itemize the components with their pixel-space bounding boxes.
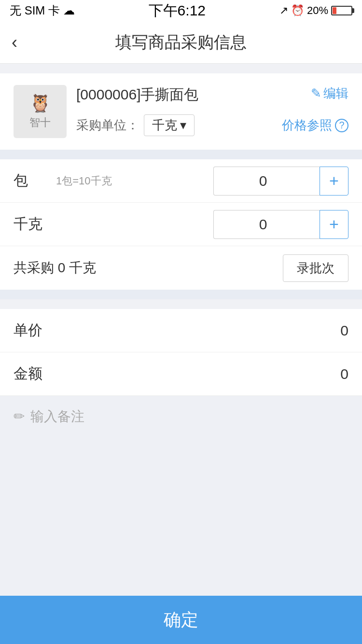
bag-sublabel: 1包=10千克 xyxy=(56,174,112,188)
edit-label: 编辑 xyxy=(323,85,348,102)
battery-icon xyxy=(331,6,352,15)
kg-input-group: + xyxy=(213,210,348,239)
unit-label: 采购单位： xyxy=(76,117,139,134)
product-name: [0000006]手撕面包 xyxy=(76,85,311,105)
unit-row: 采购单位： 千克 ▾ 价格参照 ? xyxy=(76,114,348,136)
bag-input-group: + xyxy=(213,167,348,196)
kg-label: 千克 xyxy=(14,214,52,234)
status-time: 下午6:12 xyxy=(149,1,206,21)
notes-section[interactable]: ✏ 输入备注 xyxy=(0,396,362,454)
product-logo: 🦉 xyxy=(29,93,51,113)
section-divider-1 xyxy=(0,150,362,159)
status-bar: 无 SIM 卡 ☁ 下午6:12 ↗ ⏰ 20% xyxy=(0,0,362,21)
help-icon: ? xyxy=(335,119,348,132)
section-divider-2 xyxy=(0,290,362,299)
dropdown-arrow: ▾ xyxy=(180,118,186,133)
pricing-section: 单价 0 金额 0 xyxy=(0,309,362,396)
bag-input-row: 包 1包=10千克 + xyxy=(0,159,362,203)
product-card: 🦉 智十 [0000006]手撕面包 ✎ 编辑 采购单位： 千克 ▾ xyxy=(0,73,362,150)
kg-input-row: 千克 + xyxy=(0,203,362,246)
kg-quantity-input[interactable] xyxy=(213,210,320,239)
unit-price-value: 0 xyxy=(340,322,348,339)
location-icon: ↗ xyxy=(279,4,288,17)
unit-select-dropdown[interactable]: 千克 ▾ xyxy=(144,114,195,136)
empty-space xyxy=(0,454,362,599)
amount-value: 0 xyxy=(340,366,348,382)
bag-label: 包 xyxy=(14,171,52,191)
price-ref-label: 价格参照 xyxy=(282,117,332,134)
confirm-button[interactable]: 确定 xyxy=(0,596,362,644)
notes-placeholder: 输入备注 xyxy=(30,407,84,426)
amount-label: 金额 xyxy=(14,364,42,384)
nav-bar: ‹ 填写商品采购信息 xyxy=(0,21,362,64)
quantity-input-section: 包 1包=10千克 + 千克 + xyxy=(0,159,362,246)
unit-price-label: 单价 xyxy=(14,321,42,340)
product-logo-text: 智十 xyxy=(29,115,51,130)
amount-row: 金额 0 xyxy=(0,352,362,396)
bag-plus-button[interactable]: + xyxy=(320,167,348,196)
product-image: 🦉 智十 xyxy=(14,85,67,138)
unit-value: 千克 xyxy=(152,117,177,134)
battery-percent: 20% xyxy=(307,4,328,17)
price-reference-button[interactable]: 价格参照 ? xyxy=(282,117,348,134)
pencil-icon: ✏ xyxy=(14,408,25,424)
edit-button[interactable]: ✎ 编辑 xyxy=(311,85,348,102)
total-row: 共采购 0 千克 录批次 xyxy=(0,246,362,290)
status-left: 无 SIM 卡 ☁ xyxy=(10,3,75,18)
status-right: ↗ ⏰ 20% xyxy=(279,4,352,17)
total-label: 共采购 0 千克 xyxy=(14,259,96,277)
product-name-row: [0000006]手撕面包 ✎ 编辑 xyxy=(76,85,348,105)
edit-icon: ✎ xyxy=(311,86,321,101)
batch-record-button[interactable]: 录批次 xyxy=(283,254,348,282)
signal-text: 无 SIM 卡 ☁ xyxy=(10,3,75,18)
product-info: [0000006]手撕面包 ✎ 编辑 采购单位： 千克 ▾ 价格参照 ? xyxy=(76,85,348,136)
alarm-icon: ⏰ xyxy=(291,4,304,17)
page-title: 填写商品采购信息 xyxy=(115,31,247,54)
bag-quantity-input[interactable] xyxy=(213,167,320,196)
kg-plus-button[interactable]: + xyxy=(320,210,348,239)
unit-price-row: 单价 0 xyxy=(0,309,362,352)
back-button[interactable]: ‹ xyxy=(12,32,17,53)
